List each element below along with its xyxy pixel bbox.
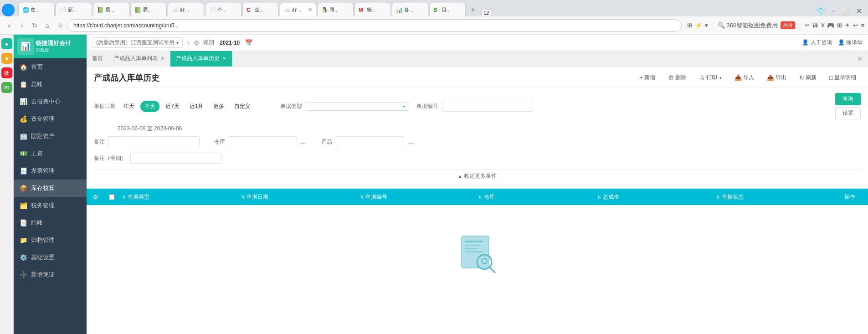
refresh-page-button[interactable]: ↻ 刷新	[795, 72, 821, 83]
icon-bar-weibo[interactable]: 微	[1, 67, 12, 78]
tab-11[interactable]: 📊 各...	[392, 3, 428, 16]
th-voucher-type[interactable]: ⇅ 单据类型	[118, 193, 237, 201]
tab-9[interactable]: 🐧 腾...	[317, 3, 354, 16]
breadcrumb-tab-history-close[interactable]: ✕	[222, 56, 226, 62]
remarks-input[interactable]	[108, 136, 200, 147]
maximize-button[interactable]: ⬜	[841, 5, 852, 16]
warehouse-input[interactable]	[229, 136, 297, 147]
tab-6[interactable]: 📄 个...	[205, 3, 241, 16]
product-input[interactable]	[336, 136, 404, 147]
tab-10-icon: M	[359, 7, 365, 13]
icon-bar-mail[interactable]: ✉	[1, 82, 12, 93]
close-button[interactable]: ✕	[853, 5, 864, 16]
shirt-icon[interactable]: 👕	[815, 5, 826, 16]
th-voucher-status[interactable]: ⇅ 单据状态	[713, 193, 832, 201]
refresh-button[interactable]: ↻	[29, 20, 40, 31]
remarks-label: 备注	[94, 138, 105, 146]
th-voucher-date[interactable]: ⇅ 单据日期	[237, 193, 356, 201]
7days-btn[interactable]: 近7天	[161, 101, 184, 112]
translate-icon[interactable]: 译	[812, 21, 818, 30]
delete-button[interactable]: 🗑 删除	[663, 72, 691, 83]
sidebar-item-invoice[interactable]: 🧾 发票管理	[14, 162, 87, 180]
back-button[interactable]: ‹	[4, 20, 15, 31]
lightning-icon[interactable]: ⚡	[695, 22, 702, 29]
user-avatar[interactable]: 👤 徐泽华	[838, 39, 863, 46]
sidebar-item-general-ledger[interactable]: 📋 总账	[14, 76, 87, 93]
user-service[interactable]: 👤 人工咨询	[802, 39, 832, 46]
bookmark-button[interactable]: ☆	[55, 20, 66, 31]
today-btn[interactable]: 今天	[140, 101, 159, 112]
tab-4[interactable]: 📗 易...	[130, 3, 167, 16]
settings-gear-button[interactable]: ⚙	[194, 39, 200, 46]
export-button[interactable]: 📤 导出	[762, 72, 791, 83]
breadcrumb-home[interactable]: 首页	[87, 55, 108, 62]
yesterday-btn[interactable]: 昨天	[119, 101, 139, 112]
tab-10[interactable]: M 畅...	[354, 3, 391, 16]
breadcrumb-panel-close[interactable]: ✕	[852, 55, 868, 62]
sidebar-item-funds[interactable]: 💰 资金管理	[14, 110, 87, 128]
breadcrumb-tab-history[interactable]: 产成品入库单历史 ✕	[170, 51, 232, 67]
sidebar-item-basic-settings[interactable]: ⚙️ 基础设置	[14, 249, 87, 266]
voucher-number-input[interactable]	[442, 101, 533, 112]
sidebar-item-payroll[interactable]: 💵 工资	[14, 145, 87, 162]
voucher-type-select[interactable]: ▾	[306, 102, 409, 111]
grid-icon[interactable]: ⊞	[687, 22, 692, 29]
more-btn[interactable]: 更多	[209, 101, 228, 112]
tab-5[interactable]: ☁️ 好...	[168, 3, 204, 16]
table-select-all[interactable]	[105, 194, 118, 200]
import-button[interactable]: 📥 导入	[730, 72, 759, 83]
collapse-button[interactable]: ▲ 收起更多条件	[94, 169, 861, 183]
new-tab-button[interactable]: +	[467, 4, 479, 16]
minimize-button[interactable]: －	[828, 5, 839, 16]
dropdown-icon[interactable]: ▾	[705, 22, 708, 29]
settings-icon[interactable]: ↩	[853, 22, 858, 29]
tab-7[interactable]: C 企...	[242, 3, 279, 16]
tab-12[interactable]: S 目...	[429, 3, 466, 16]
sidebar-item-tax[interactable]: 🗂️ 税务管理	[14, 197, 87, 214]
currency-icon[interactable]: ¥	[821, 22, 824, 29]
calendar-icon[interactable]: 📅	[245, 39, 252, 46]
sidebar-item-settlement[interactable]: 📑 结账	[14, 214, 87, 231]
settings-button[interactable]: 设置	[835, 107, 861, 119]
breadcrumb-tab-list[interactable]: 产成品入库单列表 ✕	[108, 51, 170, 67]
print-button[interactable]: 🖨 打印 ▾	[694, 72, 726, 83]
product-more-icon[interactable]: ...	[408, 138, 414, 146]
select-all-checkbox[interactable]	[109, 194, 115, 200]
tab-3[interactable]: 📗 易...	[93, 3, 129, 16]
add-button[interactable]: + 新增	[635, 72, 660, 83]
custom-btn[interactable]: 自定义	[230, 101, 255, 112]
sidebar-item-home[interactable]: 🏠 首页	[14, 58, 87, 76]
breadcrumb-tab-list-close[interactable]: ✕	[160, 56, 164, 62]
tab-8[interactable]: ☁️ 好... ✕	[280, 3, 316, 16]
icon-bar-360[interactable]: ●	[1, 38, 12, 49]
home-button[interactable]: ⌂	[42, 20, 53, 31]
gamepad-icon[interactable]: 🎮	[827, 22, 834, 29]
1month-btn[interactable]: 近1月	[185, 101, 208, 112]
th-voucher-number[interactable]: ⇅ 单据编号	[356, 193, 475, 201]
remarks-detail-input[interactable]	[130, 153, 221, 164]
sun-icon[interactable]: ☀	[845, 22, 850, 29]
tab-8-close[interactable]: ✕	[308, 7, 312, 13]
sidebar-item-reports[interactable]: 📊 云报表中心	[14, 93, 87, 110]
forward-button[interactable]: ›	[16, 20, 27, 31]
sidebar-item-inventory[interactable]: 📦 库存核算	[14, 180, 87, 197]
th-warehouse[interactable]: ⇅ 仓库	[475, 193, 594, 201]
add-company-button[interactable]: +	[186, 39, 190, 46]
apps-icon[interactable]: ⊞	[837, 22, 842, 29]
query-button[interactable]: 查询	[835, 93, 861, 105]
more-icon[interactable]: ≡	[861, 22, 864, 29]
sidebar-item-fixed-assets[interactable]: 🏢 固定资产	[14, 128, 87, 145]
company-selector[interactable]: (勿删勿禁用）江西服宝测试专用 ▾	[92, 37, 183, 48]
display-detail-button[interactable]: □ 显示明细	[825, 72, 861, 83]
scissors-icon[interactable]: ✂	[805, 22, 810, 29]
address-input[interactable]	[67, 19, 682, 32]
tab-1[interactable]: 🌐 在...	[18, 3, 55, 16]
tab-2[interactable]: 📄 新...	[56, 3, 92, 16]
sidebar-item-archive[interactable]: 📁 归档管理	[14, 231, 87, 249]
icon-bar-star[interactable]: ★	[1, 53, 12, 64]
tab-count[interactable]: 12	[481, 9, 491, 16]
table-settings-icon[interactable]: ⚙	[87, 194, 105, 200]
sidebar-item-new-voucher[interactable]: ➕ 新增凭证	[14, 266, 87, 283]
warehouse-more-icon[interactable]: ...	[301, 138, 307, 146]
th-total-cost[interactable]: ⇅ 总成本	[594, 193, 713, 201]
